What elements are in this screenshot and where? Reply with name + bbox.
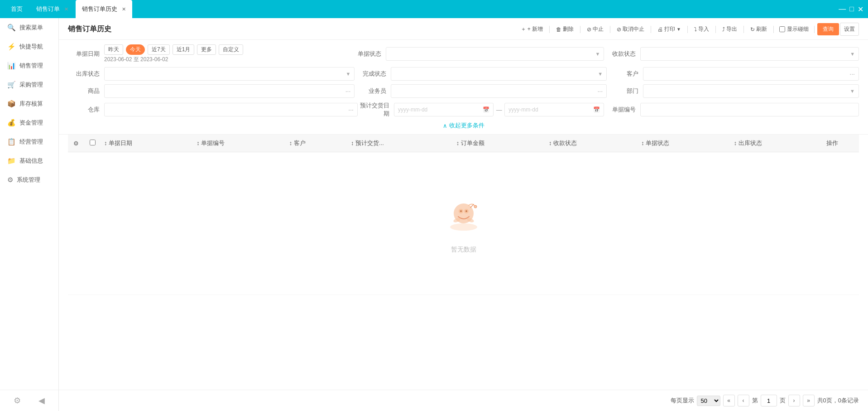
sidebar-item-base-info[interactable]: 📁 基础信息 [0, 151, 58, 170]
warehouse-input[interactable]: ··· [104, 103, 358, 116]
new-button[interactable]: ＋ + 新增 [517, 23, 547, 35]
empty-cell: 暂无数据 [68, 152, 859, 295]
sidebar-item-operations[interactable]: 📋 经营管理 [0, 132, 58, 151]
date-btn-custom[interactable]: 自定义 [219, 44, 243, 55]
sidebar-item-purchase-mgmt-label: 采购管理 [19, 81, 43, 89]
salesperson-label: 业务员 [355, 87, 391, 95]
settings-button[interactable]: 设置 [840, 23, 859, 36]
delivery-status-select[interactable]: ▼ [104, 67, 355, 81]
th-action: 操作 [823, 135, 859, 152]
select-all-checkbox[interactable] [90, 140, 96, 145]
date-btn-yesterday[interactable]: 昨天 [104, 44, 123, 55]
stop-button[interactable]: ⊘ 中止 [583, 23, 607, 35]
toolbar: ＋ + 新增 🗑 删除 ⊘ 中止 ⊘ 取消中止 [517, 23, 859, 36]
department-select[interactable]: ▼ [643, 84, 859, 98]
query-button[interactable]: 查询 [817, 23, 839, 35]
refresh-button[interactable]: ↻ 刷新 [747, 23, 771, 35]
prev-page-icon: ‹ [743, 397, 744, 404]
import-button[interactable]: ⤵ 导入 [691, 23, 713, 35]
toolbar-separator-4 [651, 26, 651, 33]
completion-status-select[interactable]: ▼ [391, 67, 607, 81]
import-icon: ⤵ [694, 26, 697, 33]
svg-point-5 [465, 210, 467, 212]
th-gear[interactable]: ⚙ [68, 135, 84, 152]
date-btn-1month[interactable]: 近1月 [173, 44, 195, 55]
page-size-select[interactable]: 50 10 20 100 [697, 396, 720, 406]
close-window-icon[interactable]: ✕ [858, 5, 863, 14]
delete-icon: 🗑 [556, 26, 561, 33]
th-payment-status[interactable]: ↕ 收款状态 [545, 135, 638, 152]
sidebar-bottom: ⚙ ◀ [0, 390, 58, 411]
delivery-date-end[interactable]: yyyy-mm-dd 📅 [504, 103, 604, 116]
th-amount[interactable]: ↕ 订单金额 [453, 135, 545, 152]
doc-status-select[interactable]: ▼ [386, 47, 604, 61]
sidebar-item-purchase-mgmt[interactable]: 🛒 采购管理 [0, 75, 58, 94]
maximize-icon[interactable]: □ [849, 5, 854, 13]
delivery-status-arrow: ▼ [345, 71, 350, 77]
tab-sales-order[interactable]: 销售订单 ✕ [30, 0, 75, 18]
tab-sales-order-close[interactable]: ✕ [64, 6, 68, 12]
svg-point-4 [460, 210, 462, 212]
date-btn-more[interactable]: 更多 [197, 44, 216, 55]
th-delivery-date[interactable]: ↕ 预计交货... [347, 135, 453, 152]
next-page-button[interactable]: › [788, 395, 800, 406]
sidebar-item-operations-label: 经营管理 [19, 138, 43, 146]
minimize-icon[interactable]: — [839, 5, 846, 13]
empty-row: 暂无数据 [68, 152, 859, 295]
cancel-stop-button[interactable]: ⊘ 取消中止 [613, 23, 648, 35]
search-icon: 🔍 [7, 24, 16, 32]
th-checkbox[interactable] [84, 135, 101, 152]
department-arrow: ▼ [850, 88, 855, 94]
customer-input[interactable]: ··· [643, 67, 859, 81]
delivery-date-start[interactable]: yyyy-mm-dd 📅 [394, 103, 494, 116]
th-doc-status[interactable]: ↕ 单据状态 [638, 135, 730, 152]
th-number[interactable]: ↕ 单据编号 [193, 135, 285, 152]
sidebar-item-inventory[interactable]: 📦 库存核算 [0, 94, 58, 113]
empty-text: 暂无数据 [451, 246, 476, 254]
product-input[interactable]: ··· [104, 84, 355, 98]
print-button[interactable]: 🖨 打印 ▼ [654, 23, 685, 35]
salesperson-input[interactable]: ··· [391, 84, 607, 98]
toolbar-separator-8 [773, 26, 774, 33]
finance-icon: 💰 [7, 119, 16, 127]
th-date[interactable]: ↕ 单据日期 [101, 135, 193, 152]
sidebar-search[interactable]: 🔍 搜索菜单 [0, 18, 58, 37]
calendar-start-icon[interactable]: 📅 [483, 106, 489, 113]
tab-home[interactable]: 首页 [5, 0, 29, 18]
tab-sales-order-history-close[interactable]: ✕ [122, 6, 126, 12]
display-detail-checkbox[interactable]: 显示碰细 [777, 23, 811, 35]
date-btn-7days[interactable]: 近7天 [148, 44, 170, 55]
collapse-more-btn[interactable]: ∧ 收起更多条件 [68, 121, 859, 130]
tab-sales-order-history[interactable]: 销售订单历史 ✕ [76, 0, 132, 18]
first-page-button[interactable]: « [723, 395, 735, 406]
last-page-button[interactable]: » [803, 395, 815, 406]
new-icon: ＋ [521, 25, 526, 33]
sidebar-item-quick-nav[interactable]: ⚡ 快捷导航 [0, 37, 58, 56]
date-btn-today[interactable]: 今天 [126, 44, 145, 55]
delete-button[interactable]: 🗑 删除 [552, 23, 577, 35]
table-header-row: ⚙ ↕ 单据日期 ↕ 单据编号 ↕ [68, 135, 859, 152]
first-page-icon: « [727, 397, 730, 404]
export-button[interactable]: ⤴ 导出 [719, 23, 741, 35]
toolbar-separator-1 [549, 26, 550, 33]
current-page-input[interactable] [761, 395, 777, 406]
payment-status-select[interactable]: ▼ [640, 47, 859, 61]
sidebar-item-sales-mgmt[interactable]: 📊 销售管理 [0, 56, 58, 75]
empty-state: 暂无数据 [72, 157, 855, 290]
th-customer[interactable]: ↕ 客户 [286, 135, 347, 152]
filter-row-4: 仓库 ··· 预计交货日期 yyyy-mm-dd 📅 — yyyy-mm-dd … [68, 102, 859, 118]
calendar-end-icon[interactable]: 📅 [593, 106, 600, 113]
sidebar-item-sys-mgmt[interactable]: ⚙ 系统管理 [0, 170, 58, 189]
sidebar-item-quick-nav-label: 快捷导航 [19, 43, 43, 51]
sidebar-settings-icon[interactable]: ⚙ [14, 396, 21, 406]
next-page-icon: › [793, 397, 795, 404]
page-title: 销售订单历史 [68, 24, 111, 34]
sidebar-collapse-icon[interactable]: ◀ [38, 396, 45, 406]
sidebar-item-base-info-label: 基础信息 [19, 157, 43, 165]
prev-page-button[interactable]: ‹ [738, 395, 749, 406]
doc-number-input[interactable] [640, 103, 859, 116]
sidebar-item-finance[interactable]: 💰 资金管理 [0, 113, 58, 132]
display-detail-input[interactable] [779, 26, 785, 32]
th-delivery-status[interactable]: ↕ 出库状态 [730, 135, 823, 152]
filter-area: 单据日期 昨天 今天 近7天 近1月 更多 自定义 2023-06-02 至 2… [59, 40, 868, 135]
